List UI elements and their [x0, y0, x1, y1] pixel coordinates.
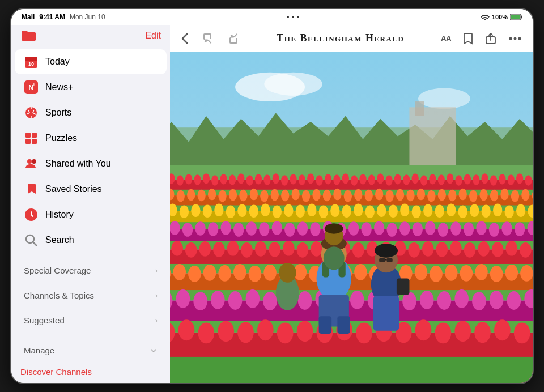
- notifications-email-link[interactable]: Notifications & Email: [11, 381, 170, 383]
- today-icon: 10: [24, 54, 39, 69]
- svg-point-53: [325, 174, 332, 184]
- svg-point-109: [448, 190, 456, 201]
- svg-point-141: [389, 204, 398, 218]
- article-area: The Bellingham Herald AA: [170, 25, 533, 383]
- svg-point-164: [246, 221, 257, 236]
- svg-point-209: [422, 241, 434, 257]
- svg-rect-5: [25, 59, 37, 61]
- manage-header[interactable]: Manage: [15, 338, 167, 363]
- svg-point-114: [500, 189, 508, 200]
- sidebar-header: Edit: [11, 25, 170, 49]
- wifi-icon: [481, 14, 490, 20]
- back-button[interactable]: [179, 31, 190, 46]
- svg-point-308: [375, 244, 398, 258]
- svg-point-222: [188, 266, 201, 282]
- sidebar-item-channels-topics[interactable]: Channels & Topics ›: [15, 283, 167, 308]
- more-options-button[interactable]: [507, 35, 524, 42]
- svg-point-145: [435, 204, 444, 218]
- svg-point-160: [195, 221, 205, 236]
- svg-point-211: [450, 241, 461, 256]
- svg-point-150: [493, 203, 502, 216]
- svg-point-283: [356, 322, 372, 343]
- svg-point-214: [492, 242, 503, 257]
- svg-rect-2: [511, 15, 520, 19]
- sidebar-item-puzzles[interactable]: Puzzles: [15, 126, 167, 151]
- svg-point-139: [366, 205, 375, 218]
- font-size-button[interactable]: AA: [439, 32, 453, 45]
- svg-point-168: [298, 221, 308, 236]
- svg-point-161: [208, 222, 218, 236]
- edit-button[interactable]: Edit: [145, 31, 161, 41]
- svg-point-304: [325, 223, 343, 233]
- publication-title: The Bellingham Herald: [277, 32, 404, 44]
- svg-rect-310: [386, 258, 392, 262]
- svg-point-237: [415, 264, 428, 280]
- sidebar-item-saved[interactable]: Saved Stories: [15, 177, 167, 202]
- svg-point-57: [359, 174, 366, 184]
- svg-point-140: [377, 204, 386, 217]
- svg-point-212: [464, 242, 475, 258]
- svg-rect-306: [373, 296, 399, 330]
- svg-point-126: [214, 203, 223, 216]
- svg-point-176: [400, 221, 410, 236]
- svg-point-67: [447, 173, 453, 184]
- svg-point-116: [521, 189, 529, 201]
- svg-point-90: [250, 189, 258, 200]
- svg-point-125: [203, 204, 212, 218]
- sidebar-item-today[interactable]: 10 Today: [15, 49, 167, 74]
- like-button[interactable]: [226, 30, 243, 47]
- svg-point-185: [515, 222, 525, 236]
- share-button[interactable]: [483, 30, 499, 47]
- sidebar-item-shared[interactable]: Shared with You: [15, 151, 167, 176]
- svg-point-266: [472, 292, 486, 310]
- svg-point-265: [454, 289, 469, 308]
- svg-point-135: [319, 205, 328, 218]
- dot1: [287, 16, 289, 18]
- svg-point-179: [438, 223, 448, 237]
- svg-point-239: [445, 265, 458, 281]
- sidebar-item-newsplus[interactable]: N + News+: [15, 75, 167, 100]
- svg-point-15: [27, 159, 32, 164]
- svg-point-38: [194, 174, 201, 185]
- sidebar-item-suggested[interactable]: Suggested ›: [15, 308, 167, 333]
- chevron-icon: ›: [155, 316, 158, 325]
- svg-point-162: [220, 221, 231, 235]
- svg-point-280: [297, 321, 313, 342]
- status-right: 100%: [481, 14, 522, 20]
- search-nav-icon: [24, 233, 39, 248]
- svg-point-182: [476, 221, 486, 235]
- svg-point-40: [211, 175, 218, 185]
- svg-point-51: [307, 173, 314, 184]
- discover-channels-link[interactable]: Discover Channels: [11, 363, 170, 381]
- svg-point-223: [203, 265, 216, 281]
- suggested-label: Suggested: [24, 316, 65, 325]
- dislike-button[interactable]: [199, 30, 216, 47]
- sidebar-item-history[interactable]: History: [15, 202, 167, 227]
- svg-point-97: [323, 190, 331, 201]
- sidebar-item-search[interactable]: Search: [15, 228, 167, 253]
- sidebar-item-sports[interactable]: Sports: [15, 100, 167, 125]
- article-toolbar: The Bellingham Herald AA: [170, 25, 533, 52]
- svg-point-286: [415, 319, 432, 340]
- chevron-down-icon: [150, 347, 158, 355]
- battery-level: 100%: [492, 14, 508, 20]
- svg-point-92: [271, 189, 279, 201]
- svg-point-216: [520, 242, 531, 258]
- svg-point-147: [458, 205, 468, 218]
- svg-point-104: [396, 189, 404, 201]
- bookmark-button[interactable]: [461, 30, 475, 47]
- sidebar-item-special-coverage[interactable]: Special Coverage ›: [15, 258, 167, 283]
- folder-icon[interactable]: [20, 29, 36, 42]
- dot3: [297, 16, 299, 18]
- svg-point-149: [482, 204, 491, 218]
- svg-point-172: [348, 221, 359, 236]
- svg-point-59: [377, 173, 384, 184]
- svg-point-275: [198, 322, 215, 343]
- svg-point-22: [509, 37, 512, 40]
- puzzles-icon: [24, 131, 39, 146]
- svg-point-175: [386, 223, 397, 237]
- svg-point-287: [435, 322, 452, 343]
- svg-point-241: [475, 264, 488, 280]
- history-icon: [24, 207, 39, 222]
- status-left: Mail 9:41 AM Mon Jun 10: [22, 13, 105, 21]
